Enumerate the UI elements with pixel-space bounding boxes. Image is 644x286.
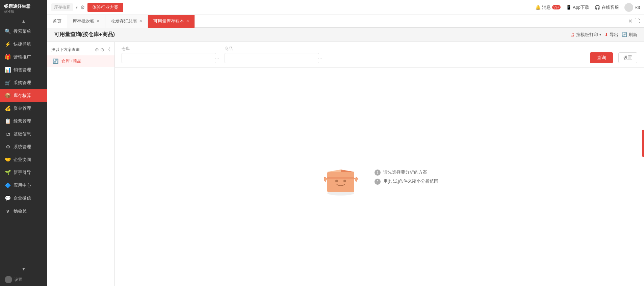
tabs-bar: 首页 库存批次账 ✕ 收发存汇总表 ✕ 可用量库存账本 ✕ ✕ ⛶ [47,15,644,28]
industry-btn[interactable]: 体验行业方案 [87,3,123,12]
sidebar-nav: 🔍 搜索菜单 ⚡ 快捷导航 🎁 营销推广 📊 销售管理 🛒 采购管理 📦 库存核… [0,25,47,265]
empty-hint-2: 2 用[过滤]条件来缩小分析范围 [375,178,438,185]
shortcut-icon: ⚡ [5,41,11,47]
filter-header-label: 按以下方案查询 [51,47,80,53]
add-filter-icon[interactable]: ⊕ [95,47,99,52]
tab-close-btn[interactable]: ✕ [628,18,633,24]
sidebar-item-enterprise[interactable]: 🤝 企业协同 [0,153,47,166]
logo-title: 畅康通好生意 [4,3,43,9]
notification-btn[interactable]: 🔔 消息 99+ [535,4,561,10]
cart-icon: 🛒 [5,80,11,86]
right-edge-indicator [642,130,644,157]
filter-settings-icon[interactable]: ⊙ [100,47,104,52]
tab-expand-btn[interactable]: ⛶ [635,18,640,24]
handshake-icon: 🤝 [5,157,11,163]
user-info[interactable]: Rit [624,3,640,12]
sidebar-bottom-user[interactable]: 设置 [0,273,47,286]
goods-label: 商品 [225,46,322,52]
tab-close-batch[interactable]: ✕ [97,19,100,23]
sidebar-scroll-down[interactable]: ▼ [0,265,47,273]
sidebar-item-membership[interactable]: V 畅会员 [0,205,47,217]
empty-hints: 1 请先选择要分析的方案 2 用[过滤]条件来缩小分析范围 [375,169,438,185]
tab-close-summary[interactable]: ✕ [139,19,142,23]
sidebar-item-inventory[interactable]: 📦 库存核算 [0,89,47,102]
sidebar-logo: 畅康通好生意 标准版 [0,0,47,17]
tab-home[interactable]: 首页 [47,15,67,28]
query-area: 仓库 ··· 商品 ··· 查询 设置 [115,42,644,286]
sidebar-user-label: 设置 [14,277,22,283]
folder-icon: 🗂 [5,131,11,137]
wechat-icon: 💬 [5,195,11,201]
collapse-filter-icon[interactable]: 《 [106,47,110,53]
filter-header: 按以下方案查询 ⊕ ⊙ 《 [47,45,114,55]
bell-icon: 🔔 [535,5,541,10]
goods-input[interactable] [225,53,319,63]
topbar-right: 🔔 消息 99+ 📱 App下载 🎧 在线客服 Rit [535,3,640,12]
setting-btn[interactable]: 设置 [618,52,637,63]
content-area: 按以下方案查询 ⊕ ⊙ 《 🔄 仓库+商品 仓库 ··· [47,42,644,286]
tab-batch[interactable]: 库存批次账 ✕ [67,15,105,28]
refresh-btn[interactable]: 🔄 刷新 [622,32,637,38]
page-title: 可用量查询(按仓库+商品) [54,31,115,38]
sidebar-item-sales[interactable]: 📊 销售管理 [0,63,47,76]
hint-num-2: 2 [375,179,381,185]
sprout-icon: 🌱 [5,170,11,176]
main-content: 库存核算 ▾ ⚙ 体验行业方案 🔔 消息 99+ 📱 App下载 🎧 在线客服 … [47,0,644,286]
logo-subtitle: 标准版 [4,9,43,14]
sidebar-item-appcenter[interactable]: 🔷 应用中心 [0,179,47,192]
avatar [624,3,633,12]
refresh-icon: 🔄 [622,32,627,37]
filter-item-warehouse-goods[interactable]: 🔄 仓库+商品 [47,55,114,67]
sidebar-item-basicinfo[interactable]: 🗂 基础信息 [0,128,47,140]
svg-rect-1 [327,172,354,192]
user-name: Rit [635,5,640,10]
search-icon: 🔍 [5,28,11,34]
print-btn[interactable]: 🖨 按模板打印 ▾ [570,32,601,38]
sidebar-item-system[interactable]: ⚙ 系统管理 [0,140,47,153]
notif-badge: 99+ [552,5,561,9]
export-btn[interactable]: ⬇ 导出 [604,32,618,38]
gift-icon: 🎁 [5,54,11,60]
empty-state: 1 请先选择要分析的方案 2 用[过滤]条件来缩小分析范围 [115,68,644,286]
query-btn[interactable]: 查询 [590,52,613,63]
sidebar-item-newguide[interactable]: 🌱 新手引导 [0,166,47,179]
notif-label: 消息 [542,4,551,10]
app-download-btn[interactable]: 📱 App下载 [566,4,589,10]
tab-summary[interactable]: 收发存汇总表 ✕ [105,15,148,28]
chart-icon: 📊 [5,67,11,73]
breadcrumb-arrow: ▾ [76,5,78,10]
inventory-icon: 📦 [5,93,11,99]
sidebar-item-shortcut[interactable]: ⚡ 快捷导航 [0,38,47,51]
online-service-btn[interactable]: 🎧 在线客服 [595,4,619,10]
goods-more-btn[interactable]: ··· [318,55,322,61]
sidebar-item-search[interactable]: 🔍 搜索菜单 [0,25,47,38]
vip-icon: V [5,209,11,214]
sidebar-item-purchase[interactable]: 🛒 采购管理 [0,76,47,89]
warehouse-input[interactable] [122,53,216,63]
query-fields: 仓库 ··· 商品 ··· 查询 设置 [115,42,644,68]
gear-icon: ⚙ [5,144,11,150]
warehouse-label: 仓库 [122,46,219,52]
page-header: 可用量查询(按仓库+商品) 🖨 按模板打印 ▾ ⬇ 导出 🔄 刷新 [47,28,644,42]
warehouse-field-group: 仓库 ··· [122,46,219,63]
sidebar-scroll-up[interactable]: ▲ [0,17,47,25]
settings-icon[interactable]: ⚙ [80,4,85,10]
user-avatar-small [5,276,12,283]
warehouse-more-btn[interactable]: ··· [215,55,219,61]
tab-close-available[interactable]: ✕ [186,19,189,23]
svg-rect-2 [327,177,354,179]
sidebar-item-operation[interactable]: 📋 经营管理 [0,115,47,128]
money-icon: 💰 [5,105,11,111]
tab-available[interactable]: 可用量库存账本 ✕ [148,15,195,28]
headset-icon: 🎧 [595,5,600,10]
filter-panel: 按以下方案查询 ⊕ ⊙ 《 🔄 仓库+商品 [47,42,115,286]
sidebar-item-marketing[interactable]: 🎁 营销推广 [0,51,47,63]
hint-num-1: 1 [375,170,381,176]
app-icon: 🔷 [5,182,11,188]
sidebar-item-corpwechat[interactable]: 💬 企业微信 [0,192,47,205]
empty-hint-1: 1 请先选择要分析的方案 [375,169,438,176]
export-icon: ⬇ [604,32,608,37]
phone-icon: 📱 [566,5,571,10]
sidebar: 畅康通好生意 标准版 ▲ 🔍 搜索菜单 ⚡ 快捷导航 🎁 营销推广 📊 销售管理… [0,0,47,286]
sidebar-item-finance[interactable]: 💰 资金管理 [0,102,47,115]
